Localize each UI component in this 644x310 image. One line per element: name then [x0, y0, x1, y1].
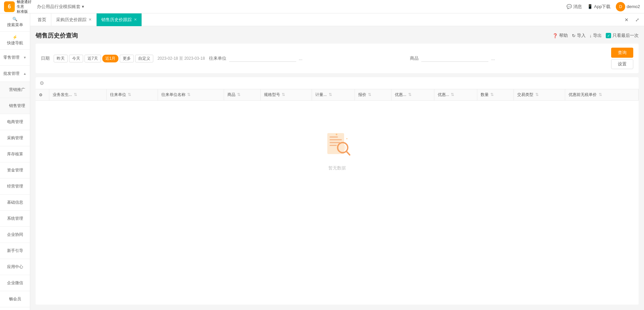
empty-row: 暂无数据 [36, 101, 639, 198]
checkbox-icon: ✓ [606, 33, 611, 38]
sort-icon: ⇅ [535, 92, 539, 97]
sidebar-item-quick-nav[interactable]: ⚡ 快捷导航 [0, 32, 30, 50]
logo-text: 畅捷通好生意 标准版 [17, 0, 34, 14]
chevron-down-icon: ▼ [23, 56, 26, 59]
date-btn-more[interactable]: 更多 [120, 55, 134, 62]
col-partner-code[interactable]: 往来单位 ⇅ [106, 89, 158, 101]
date-btn-last1m[interactable]: 近1月 [102, 55, 119, 62]
sidebar-item-inventory-check[interactable]: 库存核算 [0, 146, 30, 162]
chevron-up-icon: ▲ [23, 72, 26, 75]
sidebar-item-wholesale-mgmt[interactable]: 批发管理 ▲ [0, 66, 30, 82]
settings-button[interactable]: 设置 [611, 59, 633, 69]
sort-icon: ⇅ [451, 92, 454, 97]
svg-rect-1 [329, 137, 338, 138]
partner-dots[interactable]: ... [299, 56, 303, 61]
workspace-dropdown[interactable]: 办公用品行业模拟账套 ▾ [37, 4, 564, 10]
table-body: 暂无数据 [36, 101, 639, 198]
product-dots[interactable]: ... [491, 56, 495, 61]
avatar: D [616, 2, 625, 11]
sort-icon: ⇅ [74, 92, 77, 97]
sidebar-item-basic-info[interactable]: 基础信息 [0, 195, 30, 211]
user-profile[interactable]: D demo2 [616, 2, 640, 11]
empty-state: 暂无数据 [36, 101, 639, 198]
col-product[interactable]: 商品 ⇅ [224, 89, 261, 101]
chevron-down-icon: ▾ [82, 4, 84, 9]
partner-filter-group: 往来单位 ... [209, 55, 406, 62]
table-container: ⚙ ⚙ 业务发生... ⇅ 往来单位 [36, 77, 639, 305]
sidebar-item-operations-mgmt[interactable]: 经营管理 [0, 178, 30, 195]
sidebar-item-system-mgmt[interactable]: 系统管理 [0, 211, 30, 227]
sort-icon: ⇅ [490, 92, 494, 97]
sort-icon: ⇅ [282, 92, 285, 97]
page-header: 销售历史价查询 ❓ 帮助 ↻ 导入 ↓ 导出 ✓ [36, 32, 639, 40]
partner-filter-label: 往来单位 [209, 55, 226, 61]
col-quantity[interactable]: 数量 ⇅ [477, 89, 514, 101]
col-partner-name[interactable]: 往来单位名称 ⇅ [158, 89, 224, 101]
date-btn-custom[interactable]: 自定义 [135, 55, 153, 62]
data-table: ⚙ 业务发生... ⇅ 往来单位 ⇅ 往来单位名称 [36, 89, 639, 198]
sidebar-item-purchase-mgmt[interactable]: 采购管理 [0, 130, 30, 146]
help-btn[interactable]: ❓ 帮助 [552, 33, 568, 39]
partner-input[interactable] [229, 55, 296, 62]
sort-icon: ⇅ [128, 92, 131, 97]
sort-icon: ⇅ [368, 92, 371, 97]
date-range-display: 2023-02-18 至 2023-03-18 [157, 56, 205, 61]
sidebar-item-member-club[interactable]: 畅会员 [0, 291, 30, 307]
table-settings-icon[interactable]: ⚙ [40, 80, 44, 86]
import-btn[interactable]: ↻ 导入 [572, 33, 586, 39]
tab-sales-history[interactable]: 销售历史价跟踪 ✕ [97, 13, 142, 26]
only-last-toggle[interactable]: ✓ 只看最后一次 [606, 33, 639, 39]
date-btn-yesterday[interactable]: 昨天 [54, 55, 68, 62]
date-btn-today[interactable]: 今天 [69, 55, 83, 62]
empty-text: 暂无数据 [328, 165, 346, 171]
col-unit[interactable]: 计量... ⇅ [312, 89, 355, 101]
col-settings[interactable]: ⚙ [36, 89, 49, 101]
page-header-actions: ❓ 帮助 ↻ 导入 ↓ 导出 ✓ 只看最后一次 [552, 33, 639, 39]
sidebar-item-enterprise-wechat[interactable]: 企业微信 [0, 275, 30, 291]
col-pretax-price[interactable]: 优惠前无税单价 ⇅ [565, 89, 639, 101]
help-icon: ❓ [552, 33, 558, 38]
col-quoted-price[interactable]: 报价 ⇅ [355, 89, 391, 101]
product-filter-group: 商品 ... [410, 55, 607, 62]
export-btn[interactable]: ↓ 导出 [590, 33, 602, 39]
col-trade-type[interactable]: 交易类型 ⇅ [514, 89, 565, 101]
date-btn-last7[interactable]: 近7天 [85, 55, 101, 62]
sidebar-item-finance-mgmt[interactable]: 资金管理 [0, 162, 30, 178]
app-download-btn[interactable]: 📱 App下载 [587, 4, 610, 10]
svg-rect-3 [329, 142, 340, 143]
product-input[interactable] [421, 55, 488, 62]
svg-point-8 [336, 134, 337, 135]
col-biz-date[interactable]: 业务发生... ⇅ [49, 89, 106, 101]
empty-icon [320, 127, 354, 161]
tab-right-controls: ✕ ⤢ [623, 16, 641, 24]
tab-close-sales[interactable]: ✕ [134, 17, 137, 22]
tab-purchase-history[interactable]: 采购历史价跟踪 ✕ [51, 13, 97, 26]
col-discount1[interactable]: 优惠... ⇅ [391, 89, 434, 101]
svg-point-6 [339, 144, 346, 151]
sidebar-item-new-guide[interactable]: 新手引导 [0, 243, 30, 259]
sidebar-item-ecommerce-mgmt[interactable]: 电商管理 [0, 114, 30, 130]
sidebar-item-retail-mgmt[interactable]: 零售管理 ▼ [0, 50, 30, 66]
sort-icon: ⇅ [237, 92, 240, 97]
date-btn-group: 昨天 今天 近7天 近1月 更多 自定义 [54, 55, 153, 62]
import-icon: ↻ [572, 33, 576, 38]
sort-icon: ⇅ [408, 92, 412, 97]
tab-home[interactable]: 首页 [33, 13, 51, 26]
query-button[interactable]: 查询 [611, 48, 633, 58]
close-all-tabs-btn[interactable]: ✕ [623, 16, 631, 24]
col-discount2[interactable]: 优惠... ⇅ [434, 89, 477, 101]
tab-close-purchase[interactable]: ✕ [89, 17, 92, 22]
message-btn[interactable]: 💬 消息 [567, 4, 582, 10]
svg-line-7 [346, 151, 350, 155]
sidebar-item-search-menu[interactable]: 🔍 搜索菜单 [0, 13, 30, 32]
filter-row-date: 日期 昨天 今天 近7天 近1月 更多 自定义 2023-02-18 至 202… [41, 48, 633, 69]
logo-icon: 6 [4, 1, 15, 12]
nav-icon: ⚡ [12, 35, 17, 40]
sidebar-item-sales-mgmt[interactable]: 销售管理 [0, 98, 30, 114]
col-spec[interactable]: 规格型号 ⇅ [261, 89, 312, 101]
maximize-btn[interactable]: ⤢ [633, 16, 641, 24]
sidebar: 🔍 搜索菜单 ⚡ 快捷导航 零售管理 ▼ 批发管理 ▲ 营销推广 销售管理 电商… [0, 13, 30, 310]
sidebar-item-marketing[interactable]: 营销推广 [0, 82, 30, 98]
sidebar-item-enterprise-collab[interactable]: 企业协同 [0, 227, 30, 243]
sidebar-item-app-center[interactable]: 应用中心 [0, 259, 30, 275]
